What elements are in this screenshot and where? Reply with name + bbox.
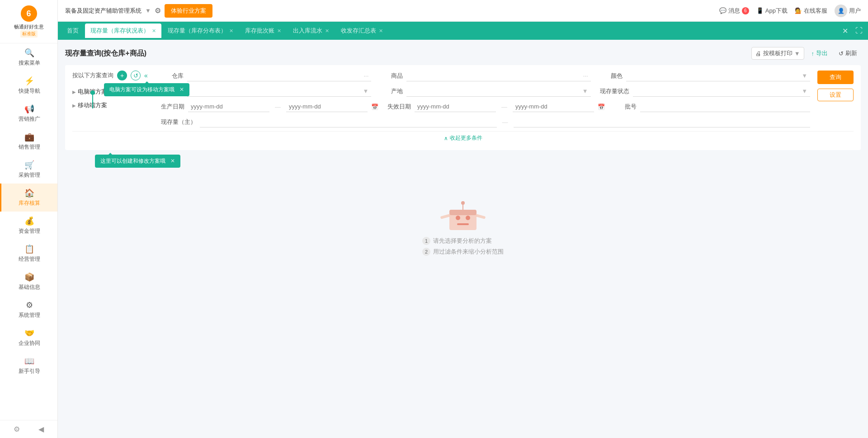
header-right: 💬 消息 6 📱 App下载 💁 在线客服 👤 用户 — [719, 5, 861, 17]
system-name: 装备及固定资产辅助管理系统 — [65, 7, 142, 15]
chevron-down-color-icon: ▼ — [802, 72, 807, 79]
sidebar-item-enterprise[interactable]: 🤝 企业协同 — [0, 324, 57, 352]
basic-icon: 📦 — [24, 272, 34, 282]
tab-inventory-dist-close[interactable]: ✕ — [229, 28, 233, 34]
sidebar-item-operation[interactable]: 📋 经营管理 — [0, 240, 57, 268]
tab-inventory-status[interactable]: 现存量（库存状况表） ✕ — [85, 24, 161, 38]
warehouse-select[interactable]: ··· — [187, 71, 371, 81]
filter-back-btn[interactable]: « — [144, 72, 148, 79]
sidebar-logo: 6 畅通好好生意 标准版 — [0, 0, 57, 43]
page-title-bar: 现存量查询(按仓库+商品) 🖨 按模板打印 ▼ ↑ 导出 ↺ 刷新 — [65, 47, 861, 60]
size-select[interactable]: ▼ — [187, 86, 371, 97]
stock-qty-from[interactable] — [200, 117, 497, 127]
sidebar-item-inventory[interactable]: 🏠 库存核算 — [0, 184, 57, 212]
filter-row4: 现存量（主） — — [161, 117, 810, 127]
filter-field-goods: 商品 ··· — [380, 71, 590, 81]
filter-fields: 仓库 ··· 商品 ··· — [161, 71, 810, 131]
page-content: 现存量查询(按仓库+商品) 🖨 按模板打印 ▼ ↑ 导出 ↺ 刷新 — [58, 40, 868, 438]
tab-recv-summary[interactable]: 收发存汇总表 ✕ — [335, 24, 388, 38]
expire-date-from[interactable] — [415, 101, 496, 112]
user-btn[interactable]: 👤 用户 — [835, 5, 861, 17]
goods-select[interactable]: ··· — [406, 71, 590, 81]
tab-inout-flow-label: 出入库流水 — [293, 27, 322, 35]
industry-btn[interactable]: 体验行业方案 — [165, 4, 212, 18]
query-btn[interactable]: 查询 — [817, 71, 854, 84]
empty-illustration — [438, 192, 488, 237]
tab-expand-btn[interactable]: ⛶ — [854, 25, 864, 37]
sidebar-item-sales[interactable]: 💼 销售管理 — [0, 127, 57, 155]
refresh-btn[interactable]: ↺ 刷新 — [835, 47, 861, 59]
stock-status-select[interactable]: ▼ — [633, 86, 810, 97]
print-btn[interactable]: 🖨 按模板打印 ▼ — [751, 47, 804, 60]
collapse-bar[interactable]: ∧ 收起更多条件 — [72, 131, 854, 145]
phone-icon: 📱 — [756, 7, 764, 14]
filter-label: 按以下方案查询 — [72, 71, 113, 80]
tab-batch-account-close[interactable]: ✕ — [277, 28, 281, 34]
filter-field-origin: 产地 ▼ — [380, 86, 590, 97]
scheme-edit-tooltip: 这里可以创建和修改方案哦 ✕ — [95, 155, 180, 168]
print-dropdown-icon: ▼ — [794, 50, 800, 57]
refresh-icon: ↺ — [839, 50, 844, 57]
tab-bar-end: ✕ ⛶ — [840, 25, 864, 37]
export-btn[interactable]: ↑ 导出 — [808, 47, 832, 59]
sidebar-collapse-btn[interactable]: ◀ — [38, 425, 44, 433]
sidebar-settings-btn[interactable]: ⚙ — [14, 425, 20, 433]
sidebar-item-basic[interactable]: 📦 基础信息 — [0, 268, 57, 296]
tab-home-label: 首页 — [67, 27, 79, 35]
system-dropdown-btn[interactable]: ▼ — [145, 7, 151, 14]
empty-tip-1: 1 请先选择要分析的方案 — [422, 237, 504, 245]
scheme-edit-tooltip-close[interactable]: ✕ — [170, 158, 175, 164]
system-icon: ⚙ — [26, 300, 33, 310]
tab-inventory-dist[interactable]: 现存量（库存分布表） ✕ — [162, 24, 239, 38]
scheme-add-tooltip-close[interactable]: ✕ — [179, 86, 184, 93]
filter-panel: 按以下方案查询 + ↺ « 电脑方案可设为移动方案哦 ✕ — [65, 65, 861, 150]
tab-inout-flow[interactable]: 出入库流水 ✕ — [288, 24, 335, 38]
expire-date-calendar-icon[interactable]: 📅 — [598, 104, 605, 110]
connector-dot — [90, 90, 95, 95]
finance-icon: 💰 — [24, 216, 34, 226]
origin-label: 产地 — [380, 87, 403, 95]
header-settings-icon[interactable]: ⚙ — [155, 6, 161, 15]
sidebar-item-purchase[interactable]: 🛒 采购管理 — [0, 155, 57, 184]
filter-row1: 仓库 ··· 商品 ··· — [161, 71, 810, 81]
empty-tip-2: 2 用过滤条件来缩小分析范围 — [422, 248, 504, 256]
color-select[interactable]: ▼ — [626, 71, 810, 81]
sidebar-item-system[interactable]: ⚙ 系统管理 — [0, 296, 57, 324]
filter-refresh-btn[interactable]: ↺ — [131, 71, 141, 80]
stock-qty-to[interactable] — [514, 117, 811, 127]
user-avatar: 👤 — [835, 5, 847, 17]
tab-close-all-btn[interactable]: ✕ — [840, 25, 850, 37]
set-btn[interactable]: 设置 — [817, 89, 854, 101]
message-btn[interactable]: 💬 消息 6 — [719, 7, 749, 15]
online-service-btn[interactable]: 💁 在线客服 — [795, 7, 827, 15]
sidebar-item-search[interactable]: 🔍 搜索菜单 — [0, 43, 57, 71]
app-download-btn[interactable]: 📱 App下载 — [756, 7, 788, 15]
marketing-icon: 📢 — [24, 104, 34, 114]
tab-home[interactable]: 首页 — [61, 24, 84, 38]
svg-rect-8 — [476, 214, 486, 219]
sidebar-item-marketing[interactable]: 📢 营销推广 — [0, 99, 57, 127]
tab-recv-summary-close[interactable]: ✕ — [379, 28, 383, 34]
produce-date-calendar-icon[interactable]: 📅 — [371, 104, 378, 110]
sales-icon: 💼 — [24, 132, 34, 142]
chevron-right-icon: ▶ — [72, 103, 76, 108]
tip-num-2: 2 — [422, 248, 430, 256]
origin-select[interactable]: ▼ — [406, 86, 590, 97]
produce-date-to[interactable] — [286, 101, 368, 112]
batch-input[interactable] — [640, 101, 810, 112]
sidebar-item-finance[interactable]: 💰 资金管理 — [0, 212, 57, 240]
stock-qty-divider: — — [502, 119, 508, 126]
produce-date-divider: — — [275, 104, 281, 110]
tab-inout-flow-close[interactable]: ✕ — [325, 28, 329, 34]
scheme-group-mobile-header[interactable]: ▶ 移动端方案 — [72, 99, 154, 111]
sidebar-item-guide[interactable]: 📖 新手引导 — [0, 352, 57, 380]
svg-point-3 — [466, 216, 470, 220]
expire-date-to[interactable] — [513, 101, 594, 112]
filter-add-btn[interactable]: + — [117, 71, 127, 80]
filter-field-stock-status: 现存量状态 ▼ — [600, 86, 810, 97]
sidebar-item-quick[interactable]: ⚡ 快捷导航 — [0, 71, 57, 99]
page-title: 现存量查询(按仓库+商品) — [65, 49, 146, 58]
tab-batch-account[interactable]: 库存批次账 ✕ — [240, 24, 287, 38]
tab-inventory-status-close[interactable]: ✕ — [152, 28, 156, 34]
produce-date-from[interactable] — [188, 101, 269, 112]
